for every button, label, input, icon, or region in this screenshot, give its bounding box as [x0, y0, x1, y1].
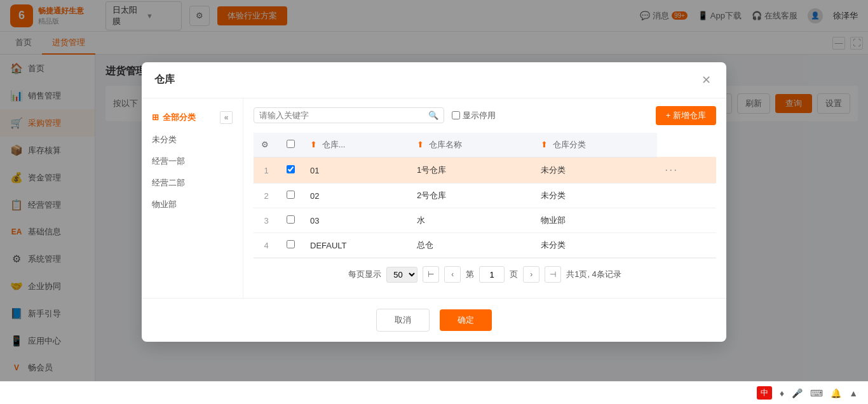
table-row[interactable]: 1 01 1号仓库 未分类 ···: [254, 157, 716, 184]
col-category: ⬆ 仓库分类: [533, 133, 657, 158]
search-box: 🔍: [254, 107, 444, 123]
category-item-dept1[interactable]: 经营一部: [142, 151, 243, 172]
search-input[interactable]: [259, 111, 424, 120]
bottom-icon-mic[interactable]: 🎤: [792, 388, 803, 398]
row-code: 03: [302, 208, 409, 233]
page-number-input[interactable]: [479, 266, 505, 283]
first-page-button[interactable]: ⊢: [423, 266, 439, 283]
warehouse-modal: 仓库 ✕ ⊞ 全部分类 « 未分类 经营一部 经营二部 物业部: [142, 62, 726, 342]
modal-close-button[interactable]: ✕: [698, 72, 714, 88]
sort-icon: ⬆: [310, 140, 317, 149]
confirm-button[interactable]: 确定: [440, 309, 492, 331]
bottom-icon-bell[interactable]: 🔔: [831, 388, 841, 398]
bottom-icon-zh[interactable]: 中: [757, 386, 772, 400]
row-name: 1号仓库: [409, 157, 533, 184]
next-page-button[interactable]: ›: [523, 266, 539, 283]
bottom-bar: 中 ♦ 🎤 ⌨ 🔔 ▲: [0, 381, 868, 404]
col-gear: ⚙: [254, 133, 279, 158]
bottom-icon-diamond: ♦: [780, 388, 784, 398]
modal-title: 仓库: [154, 73, 175, 86]
prev-page-button[interactable]: ‹: [444, 266, 461, 283]
col-name: ⬆ 仓库名称: [409, 133, 533, 158]
row-checkbox[interactable]: [279, 233, 302, 258]
table-row[interactable]: 2 02 2号仓库 未分类: [254, 184, 716, 208]
row-checkbox[interactable]: [279, 208, 302, 233]
category-item-property[interactable]: 物业部: [142, 194, 243, 215]
modal-body: ⊞ 全部分类 « 未分类 经营一部 经营二部 物业部 🔍: [142, 98, 726, 299]
add-warehouse-button[interactable]: + 新增仓库: [656, 106, 716, 125]
modal-footer: 取消 确定: [142, 298, 726, 342]
col-code: ⬆ 仓库...: [302, 133, 409, 158]
row-more[interactable]: ···: [657, 157, 716, 184]
cancel-button[interactable]: 取消: [376, 309, 430, 332]
all-categories-item[interactable]: ⊞ 全部分类 «: [142, 106, 243, 129]
row-checkbox[interactable]: [279, 157, 302, 184]
modal-pagination: 每页显示 50 ⊢ ‹ 第 页 › ⊣ 共1页, 4条记录: [254, 258, 716, 290]
row-code: 01: [302, 157, 409, 184]
table-row[interactable]: 4 DEFAULT 总仓 未分类: [254, 233, 716, 258]
grid-icon: ⊞: [152, 112, 159, 122]
row-name: 水: [409, 208, 533, 233]
sort-icon-name: ⬆: [417, 140, 424, 149]
bottom-icon-arrow[interactable]: ▲: [849, 388, 858, 398]
modal-main-area: 🔍 显示停用 + 新增仓库 ⚙: [243, 98, 726, 299]
last-page-button[interactable]: ⊣: [545, 266, 561, 283]
bottom-icon-keyboard[interactable]: ⌨: [810, 388, 823, 398]
row-category: 物业部: [533, 208, 657, 233]
row-index: 4: [254, 233, 279, 258]
warehouse-table: ⚙ ⬆ 仓库... ⬆: [254, 133, 716, 259]
row-name: 总仓: [409, 233, 533, 258]
show-disabled-checkbox[interactable]: 显示停用: [452, 110, 496, 121]
page-size-select[interactable]: 50: [386, 267, 417, 283]
row-index: 1: [254, 157, 279, 184]
category-item-dept2[interactable]: 经营二部: [142, 172, 243, 194]
sort-icon-cat: ⬆: [541, 140, 548, 149]
row-category: 未分类: [533, 233, 657, 258]
modal-header: 仓库 ✕: [142, 62, 726, 98]
col-checkbox: [279, 133, 302, 158]
row-code: DEFAULT: [302, 233, 409, 258]
table-row[interactable]: 3 03 水 物业部: [254, 208, 716, 233]
row-index: 2: [254, 184, 279, 208]
category-item-unclassified[interactable]: 未分类: [142, 129, 243, 151]
modal-toolbar: 🔍 显示停用 + 新增仓库: [254, 106, 716, 125]
modal-overlay: 仓库 ✕ ⊞ 全部分类 « 未分类 经营一部 经营二部 物业部: [0, 0, 868, 404]
modal-category-sidebar: ⊞ 全部分类 « 未分类 经营一部 经营二部 物业部: [142, 98, 243, 299]
total-info: 共1页, 4条记录: [566, 269, 621, 280]
row-category: 未分类: [533, 184, 657, 208]
table-header: ⚙ ⬆ 仓库... ⬆: [254, 133, 716, 158]
row-code: 02: [302, 184, 409, 208]
select-all-checkbox[interactable]: [287, 140, 295, 148]
row-category: 未分类: [533, 157, 657, 184]
search-icon: 🔍: [428, 111, 438, 120]
row-name: 2号仓库: [409, 184, 533, 208]
row-checkbox[interactable]: [279, 184, 302, 208]
row-index: 3: [254, 208, 279, 233]
collapse-sidebar-button[interactable]: «: [220, 111, 233, 124]
gear-col-icon: ⚙: [261, 140, 269, 149]
